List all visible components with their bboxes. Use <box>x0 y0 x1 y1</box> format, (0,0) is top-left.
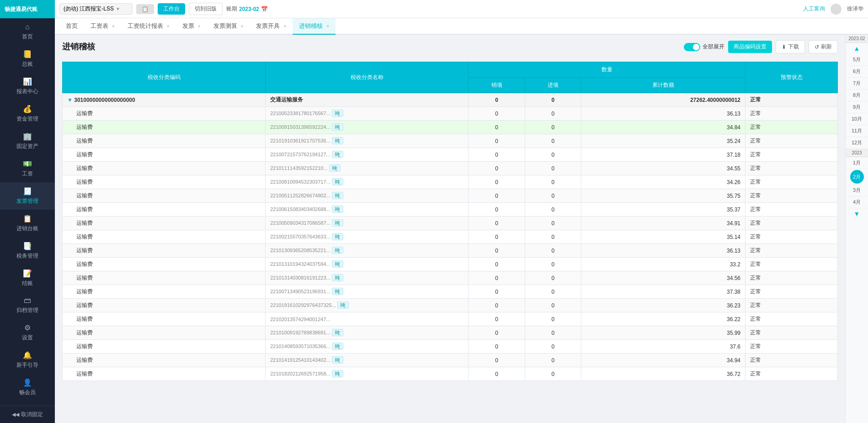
cell-name: 运输费 <box>63 367 266 381</box>
tag-btn[interactable]: 吨 <box>332 123 343 131</box>
cell-cumulative: 35.24 <box>581 134 745 148</box>
cal-month-10月[interactable]: 10月 <box>846 113 868 125</box>
expand-all-toggle[interactable]: 全部展开 <box>684 43 724 51</box>
cell-name: 运输费 <box>63 271 266 285</box>
sidebar-footer[interactable]: ◀◀ 取消固定 <box>0 406 55 423</box>
company-selector[interactable]: (勿动) 江西报宝-LSS ▼ <box>59 3 133 15</box>
sidebar-item-member[interactable]: 👤畅会员 <box>0 374 55 401</box>
table-row: 运输费 2210100919278983869​1... 吨 0 0 35.99… <box>63 326 838 340</box>
tab-6[interactable]: 进销稽核× <box>293 18 335 35</box>
calendar-icon[interactable]: 📅 <box>261 6 268 12</box>
sidebar-item-settlement[interactable]: 📝结账 <box>0 264 55 292</box>
sidebar-item-fixed-assets[interactable]: 🏢固定资产 <box>0 127 55 155</box>
toggle-track[interactable] <box>684 43 700 51</box>
sidebar-item-general-ledger[interactable]: 📒总账 <box>0 45 55 73</box>
cell-invoice-code: 2210131403081619122​3... 吨 <box>266 271 469 285</box>
refresh-button[interactable]: ↺ 刷新 <box>809 40 838 53</box>
tag-btn[interactable]: 吨 <box>332 356 343 364</box>
tab-close-1[interactable]: × <box>112 24 115 29</box>
general-ledger-icon: 📒 <box>23 50 32 58</box>
tag-btn[interactable]: 吨 <box>332 247 343 254</box>
tab-close-5[interactable]: × <box>283 24 286 29</box>
sidebar-nav: ⌂首页📒总账📊报表中心💰资金管理🏢固定资产💵工资🧾发票管理📋进销台账📑税务管理📝… <box>0 18 55 406</box>
cell-name: 运输费 <box>63 244 266 258</box>
switch-old-button[interactable]: 切到旧版 <box>189 3 223 15</box>
sidebar-item-invoice[interactable]: 🧾发票管理 <box>0 182 55 210</box>
cal-month-8月[interactable]: 8月 <box>846 90 868 101</box>
sidebar-item-fund[interactable]: 💰资金管理 <box>0 100 55 127</box>
tag-btn[interactable]: 吨 <box>332 343 343 350</box>
tag-btn[interactable]: 吨 <box>332 260 343 268</box>
tag-btn[interactable]: 吨 <box>332 151 343 158</box>
download-button[interactable]: ⬇ 下载 <box>776 40 805 53</box>
sidebar-item-payroll[interactable]: 💵工资 <box>0 155 55 182</box>
tab-4[interactable]: 发票测算× <box>207 18 250 35</box>
cal-nav-up[interactable]: ▲ <box>854 45 860 52</box>
cal-month-2023-3月[interactable]: 3月 <box>846 185 868 196</box>
tag-btn[interactable]: 吨 <box>332 110 343 117</box>
cal-month-11月[interactable]: 11月 <box>846 125 868 137</box>
cell-name: 运输费 <box>63 107 266 121</box>
sidebar-item-home[interactable]: ⌂首页 <box>0 18 55 45</box>
sidebar-item-settings[interactable]: ⚙设置 <box>0 319 55 346</box>
tag-btn[interactable]: 吨 <box>332 274 343 281</box>
cal-month-2023-2月[interactable]: 2月 <box>850 170 864 184</box>
tab-label-4: 发票测算 <box>213 22 237 30</box>
tag-btn[interactable]: 吨 <box>332 288 343 295</box>
tab-label-2: 工资统计报表 <box>128 22 163 30</box>
workbench-button[interactable]: 工作台 <box>158 3 185 15</box>
period-display: 账期 2023-02 📅 <box>226 5 268 13</box>
topbar-right: 人工客询 徐泽华 <box>803 4 863 15</box>
tag-btn[interactable]: 吨 <box>329 164 341 172</box>
cal-month-2023-4月[interactable]: 4月 <box>846 196 868 208</box>
table-row: 运输费 2210072157376219412​7... 吨 0 0 37.18… <box>63 148 838 162</box>
tab-1[interactable]: 工资表× <box>84 18 121 35</box>
cal-month-12月[interactable]: 12月 <box>846 137 868 149</box>
support-link[interactable]: 人工客询 <box>803 5 825 13</box>
tab-3[interactable]: 发票× <box>176 18 207 35</box>
cal-nav-down[interactable]: ▼ <box>854 210 860 217</box>
sidebar-item-tax[interactable]: 📑税务管理 <box>0 237 55 264</box>
settings-button[interactable]: 商品编码设置 <box>728 41 772 53</box>
tab-0[interactable]: 首页 <box>59 18 84 35</box>
cell-sales: 0 <box>469 285 525 299</box>
cell-status: 正常 <box>746 134 838 148</box>
cell-cumulative: 34.55 <box>581 162 745 175</box>
tag-btn[interactable]: 吨 <box>332 329 343 336</box>
tag-btn[interactable]: 吨 <box>337 301 349 309</box>
tag-btn[interactable]: 吨 <box>332 219 343 227</box>
tab-close-3[interactable]: × <box>198 24 201 29</box>
invoice-icon: 🧾 <box>23 187 32 196</box>
sidebar-item-guide[interactable]: 🔔新手引导 <box>0 346 55 374</box>
sidebar-item-archive[interactable]: 🗃归档管理 <box>0 292 55 319</box>
tab-close-4[interactable]: × <box>241 24 244 29</box>
cell-invoice-code: 2210071349052319693​1... 吨 <box>266 285 469 299</box>
refresh-icon: ↺ <box>815 44 819 50</box>
sidebar-item-sales-ledger[interactable]: 📋进销台账 <box>0 210 55 237</box>
cal-month-2023-1月[interactable]: 1月 <box>846 157 868 169</box>
tag-btn[interactable]: 吨 <box>332 370 343 377</box>
tag-btn[interactable]: 吨 <box>332 192 343 199</box>
cell-sales: 0 <box>469 134 525 148</box>
col-sales: 销项 <box>469 78 525 93</box>
cal-year-2023: 2023 <box>846 149 868 157</box>
sidebar-item-reports[interactable]: 📊报表中心 <box>0 73 55 100</box>
avatar <box>831 4 841 15</box>
tab-2[interactable]: 工资统计报表× <box>121 18 176 35</box>
table-row: 运输费 2210191036192170753​6... 吨 0 0 35.24… <box>63 134 838 148</box>
tab-close-2[interactable]: × <box>167 24 170 29</box>
cal-month-6月[interactable]: 6月 <box>846 66 868 78</box>
cal-month-9月[interactable]: 9月 <box>846 101 868 113</box>
cal-month-5月[interactable]: 5月 <box>846 54 868 66</box>
cell-cumulative: 37.38 <box>581 285 745 299</box>
tag-btn[interactable]: 吨 <box>332 233 343 240</box>
tab-5[interactable]: 发票开具× <box>250 18 293 35</box>
tab-close-6[interactable]: × <box>326 24 329 29</box>
content-main: 进销稽核 全部展开 商品编码设置 ⬇ 下载 ↺ 刷 <box>55 35 845 423</box>
tag-btn[interactable]: 吨 <box>332 178 343 185</box>
settings-icon: ⚙ <box>24 323 31 332</box>
copy-button[interactable]: 📋 <box>136 4 154 14</box>
tag-btn[interactable]: 吨 <box>332 137 343 144</box>
tag-btn[interactable]: 吨 <box>332 206 343 213</box>
cal-month-7月[interactable]: 7月 <box>846 78 868 90</box>
